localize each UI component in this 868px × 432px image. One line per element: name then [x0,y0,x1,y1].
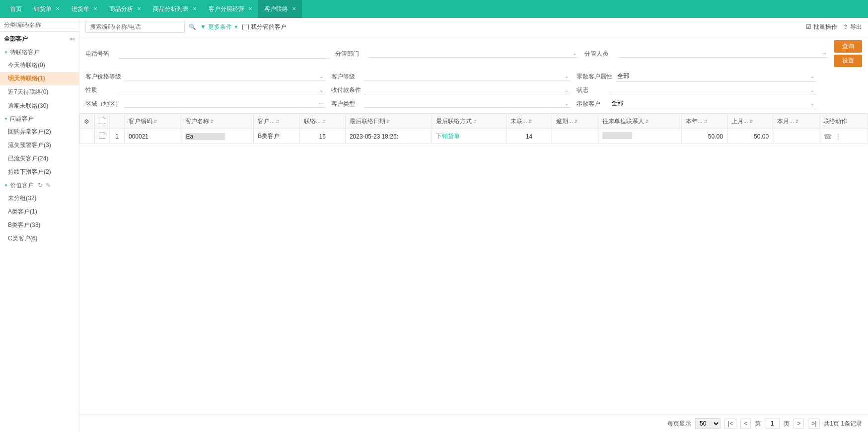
export-button[interactable]: ⇪ 导出 [843,23,862,31]
row-type-value: B类客户 [258,133,280,140]
nav-close-analysis[interactable]: ✕ [137,0,141,18]
next-page-button[interactable]: > [794,419,804,429]
td-row-uncontacted: 14 [506,129,552,144]
action-refresh-icon[interactable]: ☎ [823,133,832,141]
sidebar-group-value-refresh-icon[interactable]: ↻ [38,182,43,189]
th-checkbox[interactable] [95,114,110,129]
th-uncontacted[interactable]: 未联... ⇵ [506,114,552,129]
nav-close-customer-contact[interactable]: ✕ [292,0,296,18]
filter-price-level-label: 客户价格等级 [85,72,121,81]
th-last-contact-method-sort[interactable]: ⇵ [473,119,477,124]
nav-close-customer-tier[interactable]: ✕ [248,0,252,18]
nav-item-sales[interactable]: 销货单 ✕ [28,0,66,18]
settings-gear-icon[interactable]: ⚙ [84,118,89,125]
th-unit-contact[interactable]: 往来单位联系人 ⇵ [598,114,681,129]
sidebar-item-repurchase-abnormal[interactable]: 回购异常客户(2) [0,125,79,139]
nav-close-purchase[interactable]: ✕ [93,0,97,18]
th-type-sort[interactable]: ⇵ [276,119,280,124]
nav-close-sales[interactable]: ✕ [56,0,60,18]
my-customers-checkbox-container[interactable]: 我分管的客户 [242,23,287,31]
sidebar-item-b-class[interactable]: B类客户(33) [0,218,79,232]
th-this-year-label: 本年... [686,117,703,126]
th-uncontacted-sort[interactable]: ⇵ [528,119,532,124]
action-grid-icon[interactable]: ⋮ [835,133,842,141]
settings-button[interactable]: 设置 [834,55,862,67]
th-overdue[interactable]: 逾期... ⇵ [552,114,598,129]
th-select-all-checkbox[interactable] [99,118,105,124]
table-row: 1 000021 Ea B类客户 15 [80,129,868,144]
th-this-month[interactable]: 本月... ⇵ [773,114,819,129]
nav-item-customer-tier[interactable]: 客户分层经营 ✕ [203,0,258,18]
sidebar-item-ungrouped[interactable]: 未分组(32) [0,192,79,205]
th-last-month-sort[interactable]: ⇵ [749,119,753,124]
th-unit-contact-sort[interactable]: ⇵ [645,119,649,124]
nav-item-purchase[interactable]: 进货单 ✕ [66,0,103,18]
sidebar-item-week[interactable]: 近7天待联络(0) [0,85,79,99]
sidebar-item-a-class[interactable]: A类客户(1) [0,205,79,218]
sidebar-item-tomorrow[interactable]: 明天待联络(1) [0,72,79,85]
filter-payment-select[interactable]: ⌄ [364,86,571,94]
sidebar-group-value-edit-icon[interactable]: ✎ [46,182,51,189]
sidebar-item-lost-risk[interactable]: 流失预警客户(3) [0,139,79,152]
filter-customer-level-select[interactable]: ⌄ [364,72,571,80]
total-info: 共1页 1条记录 [824,420,862,428]
row-checkbox[interactable] [99,133,105,139]
sidebar-item-lost[interactable]: 已流失客户(24) [0,152,79,165]
nav-item-home[interactable]: 首页 [4,0,28,18]
page-number-input[interactable] [765,419,780,429]
th-name[interactable]: 客户名称 ⇵ [181,114,254,129]
th-overdue-sort[interactable]: ⇵ [574,119,578,124]
filter-search-input[interactable] [85,21,185,33]
sidebar-search-input[interactable] [4,21,78,28]
filter-region-select[interactable]: ··· [124,100,325,108]
th-last-contact-method[interactable]: 最后联络方式 ⇵ [432,114,506,129]
sidebar-item-overdue[interactable]: 逾期未联络(30) [0,99,79,113]
th-last-contact-date-sort[interactable]: ⇵ [386,119,390,124]
td-row-checkbox[interactable] [95,129,110,144]
th-settings[interactable]: ⚙ [80,114,95,129]
filter-price-level-select[interactable]: ⌄ [124,72,325,80]
th-last-contact-date-label: 最后联络日期 [350,117,385,126]
th-this-year[interactable]: 本年... ⇵ [681,114,727,129]
th-contacts[interactable]: 联络... ⇵ [299,114,345,129]
td-row-name: Ea [181,129,254,144]
nav-item-customer-contact[interactable]: 客户联络 ✕ [258,0,302,18]
nav-item-home-label: 首页 [10,0,22,18]
filter-retail-attr-select[interactable]: 全部 ⌄ [615,71,816,82]
th-code-sort[interactable]: ⇵ [153,119,157,124]
my-customers-checkbox[interactable] [242,24,249,30]
th-last-month[interactable]: 上月... ⇵ [727,114,773,129]
th-this-year-sort[interactable]: ⇵ [704,119,708,124]
page-size-select[interactable]: 50 100 200 [695,418,721,429]
filter-dept-select[interactable]: ⌄ [368,50,579,58]
filter-status-select[interactable]: ⌄ [609,86,816,94]
last-page-button[interactable]: >| [808,419,820,429]
more-conditions-button[interactable]: ▼ 更多条件 ∧ [200,23,238,31]
row-uncontacted-value: 14 [526,133,532,140]
sidebar-all-customers[interactable]: 全部客户 «« [0,32,79,46]
th-code[interactable]: 客户编码 ⇵ [125,114,181,129]
nav-item-analysis-list[interactable]: 商品分析列表 ✕ [147,0,203,18]
th-type[interactable]: 客户... ⇵ [254,114,299,129]
prev-page-button[interactable]: < [740,419,751,429]
th-last-contact-date[interactable]: 最后联络日期 ⇵ [345,114,432,129]
th-name-sort[interactable]: ⇵ [210,119,214,124]
batch-op-button[interactable]: ☑ 批量操作 [806,23,837,31]
filter-nature-select[interactable]: ⌄ [118,86,325,94]
filter-actions: 查询 设置 [834,40,862,67]
sidebar-item-c-class[interactable]: C类客户(6) [0,232,79,245]
th-contacts-sort[interactable]: ⇵ [322,119,326,124]
nav-item-analysis[interactable]: 商品分析 ✕ [103,0,147,18]
filter-phone-input[interactable] [118,49,329,59]
nav-close-analysis-list[interactable]: ✕ [193,0,197,18]
first-page-button[interactable]: |< [724,419,736,429]
filter-customer-type-select[interactable]: ⌄ [364,100,571,108]
query-button[interactable]: 查询 [834,40,862,53]
filter-search-icon[interactable]: 🔍 [189,23,196,30]
sidebar-item-today[interactable]: 今天待联络(0) [0,59,79,72]
sidebar-item-declining[interactable]: 持续下滑客户(2) [0,165,79,179]
filter-retail-customer-select[interactable]: 全部 ⌄ [609,98,816,109]
filter-manager-select[interactable]: ··· [617,50,828,58]
th-this-month-sort[interactable]: ⇵ [795,119,799,124]
row-last-contact-method-link[interactable]: 下销货单 [436,133,460,140]
